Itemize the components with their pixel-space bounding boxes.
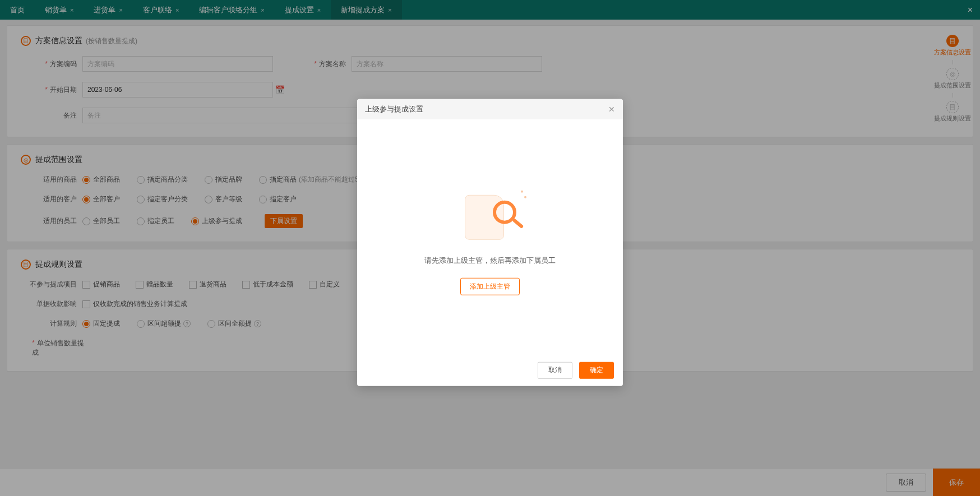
empty-state-text: 请先添加上级主管，然后再添加下属员工 (424, 256, 556, 266)
modal-ok-button[interactable]: 确定 (579, 361, 614, 378)
modal-cancel-button[interactable]: 取消 (538, 361, 572, 378)
modal-close-icon[interactable]: ✕ (608, 104, 615, 113)
empty-state-illustration (454, 184, 526, 245)
add-superior-button[interactable]: 添加上级主管 (460, 278, 520, 295)
superior-commission-modal: 上级参与提成设置 ✕ 请先添加上级主管，然后再添加下属员工 添加上级主管 取消 … (357, 99, 623, 386)
modal-title: 上级参与提成设置 (365, 104, 423, 114)
modal-header: 上级参与提成设置 ✕ (357, 99, 623, 119)
